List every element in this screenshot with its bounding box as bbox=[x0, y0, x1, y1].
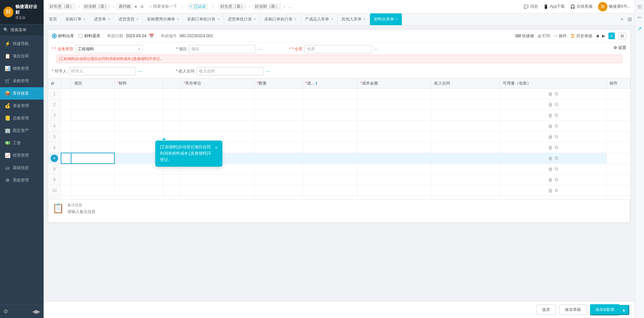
income-contract-input[interactable]: 收入合同 bbox=[197, 67, 264, 75]
radio-material-return[interactable]: 材料退库 bbox=[78, 33, 100, 39]
tab-other-receipt[interactable]: 其他入库单 × bbox=[337, 13, 370, 25]
tab-close-purchase-order[interactable]: × bbox=[84, 17, 86, 21]
cell-1-income-contract[interactable] bbox=[358, 89, 431, 99]
cell-1-unit[interactable] bbox=[163, 89, 181, 99]
tab-close-goods-stats[interactable]: × bbox=[254, 17, 256, 21]
sidebar-item-operations[interactable]: 📈 经营管理 bbox=[0, 149, 44, 162]
notes-input[interactable] bbox=[67, 209, 121, 219]
tab-close-all-button[interactable]: × bbox=[619, 16, 625, 23]
cell-1-available[interactable] bbox=[431, 89, 500, 99]
row-copy-10[interactable]: ⧉ bbox=[555, 188, 558, 193]
handler-input[interactable]: 经手人 bbox=[69, 67, 136, 75]
print-button[interactable]: 🖨 打印 bbox=[537, 33, 550, 39]
save-draft-button[interactable]: 保存草稿 bbox=[559, 305, 587, 315]
tab-goods-receipt[interactable]: 进货单 × bbox=[90, 13, 114, 25]
tab-close-goods-receipt[interactable]: × bbox=[108, 17, 110, 21]
settings-button[interactable]: ⚙ bbox=[3, 308, 8, 315]
tab-layout-button[interactable]: ⊞ bbox=[626, 15, 633, 23]
topbar-tag-1[interactable]: 好生意（菖） bbox=[48, 3, 76, 10]
tab-goods-stats[interactable]: 进货单统计表 × bbox=[224, 13, 260, 25]
row-delete-2[interactable]: 🗑 bbox=[548, 102, 553, 107]
cell-1-spec[interactable] bbox=[114, 89, 163, 99]
sidebar-item-quick-nav[interactable]: ⚡ 快捷导航 bbox=[0, 38, 44, 50]
view-toggle-grid[interactable]: ⊞ bbox=[618, 33, 626, 39]
collapse-button[interactable]: ◀▶ bbox=[32, 308, 40, 315]
sidebar-item-inventory[interactable]: 📦 库存核算 bbox=[0, 87, 44, 100]
topbar-trial-link[interactable]: ○ 我要体验一下 bbox=[149, 4, 177, 9]
tab-close-product-receipt[interactable]: × bbox=[331, 17, 333, 21]
nav-next-button[interactable]: ▶ bbox=[602, 33, 605, 39]
save-new-main-button[interactable]: 保存&新增 bbox=[590, 304, 619, 315]
tab-purchase-exec[interactable]: 采购订单执行表 × bbox=[260, 13, 301, 25]
tab-material-out[interactable]: 材料出库单 × bbox=[370, 13, 402, 25]
tab-purchase-stats[interactable]: 采购订单统计表 × bbox=[183, 13, 224, 25]
tab-close-other-receipt[interactable]: × bbox=[364, 17, 366, 21]
row-copy-9[interactable]: ⧉ bbox=[555, 177, 558, 182]
topbar-dropdown-icon[interactable]: ▾ bbox=[135, 4, 137, 9]
sidebar-item-payroll[interactable]: 💵 工资 bbox=[0, 137, 44, 149]
panel-icon-1[interactable]: ⊞ bbox=[637, 3, 642, 10]
popover-close-button[interactable]: × bbox=[215, 144, 218, 151]
row-copy-4[interactable]: ⧉ bbox=[555, 123, 558, 129]
topbar-tag-2[interactable]: 好业财（菖） bbox=[82, 3, 110, 10]
tab-close-goods-return[interactable]: × bbox=[137, 17, 139, 21]
sidebar-item-search[interactable]: 🔍 搜索菜单 bbox=[0, 24, 44, 36]
income-contract-search-icon[interactable]: ··· bbox=[266, 68, 270, 74]
cell-1-cost-amount[interactable] bbox=[303, 89, 358, 99]
cell-1-cost[interactable] bbox=[254, 89, 303, 99]
nav-prev-button[interactable]: ◀ bbox=[596, 33, 599, 39]
discard-button[interactable]: 放弃 bbox=[536, 305, 556, 315]
panel-icon-2[interactable]: ✏ bbox=[637, 14, 642, 21]
tab-close-purchase-stats[interactable]: × bbox=[217, 17, 219, 21]
warehouse-input[interactable]: 仓库 bbox=[305, 45, 372, 53]
tab-purchase-expense[interactable]: 采购费用分摊单 × bbox=[143, 13, 183, 25]
row-delete-11[interactable]: 🗑 bbox=[548, 199, 553, 199]
sidebar-item-ledger[interactable]: 📒 总账管理 bbox=[0, 112, 44, 124]
sidebar-item-finance[interactable]: 💰 资金管理 bbox=[0, 100, 44, 112]
history-button[interactable]: 📜 历史单据 bbox=[570, 33, 592, 39]
tab-close-purchase-exec[interactable]: × bbox=[294, 17, 297, 21]
sidebar-item-sales[interactable]: 📊 销售管理 bbox=[0, 62, 44, 75]
sidebar-item-system[interactable]: ⚙ 系统管理 bbox=[0, 174, 44, 187]
user-menu[interactable]: 财 畅捷通8号... bbox=[598, 2, 631, 11]
handler-search-icon[interactable]: ··· bbox=[138, 68, 142, 74]
row-copy-7[interactable]: ⧉ bbox=[555, 155, 558, 161]
cell-1-qty[interactable] bbox=[181, 89, 255, 99]
add-row-button[interactable]: + bbox=[51, 155, 58, 162]
row-copy-5[interactable]: ⧉ bbox=[555, 134, 558, 140]
cell-1-project[interactable] bbox=[61, 89, 71, 99]
sidebar-item-purchase[interactable]: 🛒 采购管理 bbox=[0, 75, 44, 87]
calendar-icon[interactable]: 📅 bbox=[149, 34, 154, 38]
row-delete-8[interactable]: 🗑 bbox=[548, 166, 553, 172]
row-copy-1[interactable]: ⧉ bbox=[555, 91, 558, 97]
row-delete-7[interactable]: 🗑 bbox=[548, 156, 553, 161]
row-delete-4[interactable]: 🗑 bbox=[548, 123, 553, 129]
topbar-settings-icon[interactable]: ⚙ bbox=[140, 4, 144, 9]
topbar-tag-3[interactable]: 易代账 bbox=[117, 3, 133, 10]
panel-icon-3[interactable]: ↗ bbox=[637, 25, 642, 32]
topbar-more[interactable]: … bbox=[287, 4, 291, 9]
row-copy-8[interactable]: ⧉ bbox=[555, 166, 558, 172]
sidebar-item-assets[interactable]: 🏢 固定资产 bbox=[0, 124, 44, 137]
sidebar-item-project[interactable]: 📋 项目合同 bbox=[0, 50, 44, 62]
tab-purchase-order[interactable]: 采购订单 × bbox=[61, 13, 90, 25]
row-copy-2[interactable]: ⧉ bbox=[555, 102, 558, 107]
tab-product-receipt[interactable]: 产成品入库单 × bbox=[301, 13, 337, 25]
topbar-tag-5[interactable]: 好业财（菖） bbox=[253, 3, 281, 10]
topbar-tag-4[interactable]: 好生意（菖） bbox=[218, 3, 247, 10]
row-copy-6[interactable]: ⧉ bbox=[555, 145, 558, 150]
row-delete-1[interactable]: 🗑 bbox=[548, 91, 553, 97]
business-type-input[interactable]: 工程领料 ▾ bbox=[75, 45, 143, 53]
cell-1-material[interactable] bbox=[71, 89, 114, 99]
radio-material-out[interactable]: 材料出库 bbox=[52, 33, 74, 39]
row-copy-11[interactable]: ⧉ bbox=[555, 198, 558, 199]
project-input[interactable]: 项目 bbox=[189, 45, 256, 53]
save-new-arrow-button[interactable]: ▲ bbox=[619, 305, 629, 315]
app-download-button[interactable]: 📱 App下载 bbox=[543, 4, 565, 9]
settings-link[interactable]: ⚙ 设置 bbox=[613, 45, 626, 51]
message-button[interactable]: 💬 消息 bbox=[524, 4, 538, 9]
row-delete-6[interactable]: 🗑 bbox=[548, 145, 553, 150]
row-delete-5[interactable]: 🗑 bbox=[548, 134, 553, 140]
cost-info-icon[interactable]: ℹ bbox=[316, 81, 317, 86]
view-toggle-list[interactable]: ≡ bbox=[608, 33, 615, 39]
